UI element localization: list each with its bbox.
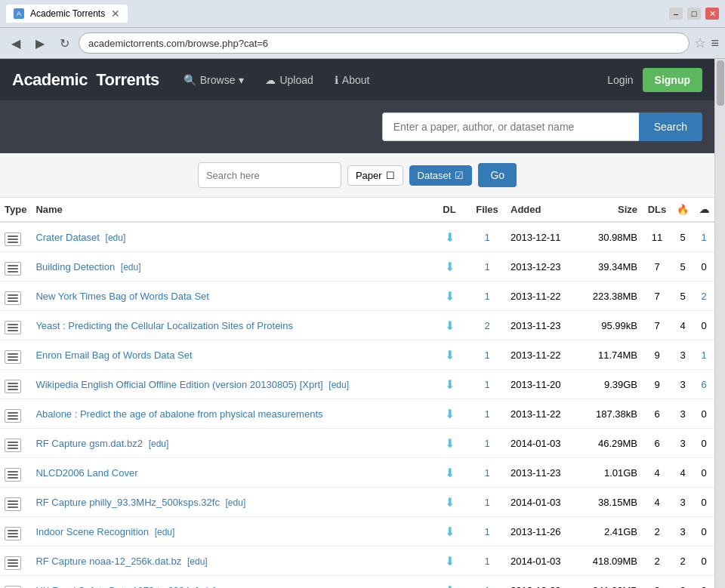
- torrent-link[interactable]: New York Times Bag of Words Data Set: [35, 291, 209, 302]
- row-rank: 4: [672, 311, 693, 340]
- forward-button[interactable]: ▶: [30, 33, 50, 53]
- nav-about[interactable]: ℹ About: [325, 68, 379, 92]
- signup-button[interactable]: Signup: [643, 68, 702, 92]
- torrent-link[interactable]: Wikipedia English Official Offline Editi…: [35, 379, 322, 390]
- download-icon[interactable]: ⬇: [445, 437, 455, 450]
- row-type-icon: [0, 340, 31, 370]
- maximize-button[interactable]: □: [687, 8, 701, 20]
- table-header-row: Type Name DL Files Added Size DLs 🔥 ☁: [0, 198, 714, 222]
- back-button[interactable]: ◀: [6, 33, 26, 53]
- row-name: UK Road Safety Data 1979 to 2004 [edu]: [31, 576, 430, 589]
- torrent-link[interactable]: Enron Email Bag of Words Data Set: [35, 349, 192, 361]
- torrent-link[interactable]: RF Capture noaa-12_256k.dat.bz: [35, 556, 181, 567]
- row-type-icon: [0, 282, 31, 311]
- edu-badge: [edu]: [149, 439, 169, 449]
- edu-badge: [edu]: [329, 380, 349, 390]
- row-dl[interactable]: ⬇: [430, 458, 468, 488]
- dataset-filter[interactable]: Dataset ☑: [409, 165, 473, 186]
- dataset-label[interactable]: Dataset ☑: [409, 165, 473, 186]
- row-name: NLCD2006 Land Cover: [31, 458, 430, 488]
- download-icon[interactable]: ⬇: [445, 260, 455, 273]
- row-files: 1: [468, 517, 506, 546]
- row-dl[interactable]: ⬇: [430, 282, 468, 311]
- site-brand[interactable]: Academic Torrents: [12, 70, 159, 90]
- main-search-input[interactable]: [382, 112, 639, 141]
- minimize-button[interactable]: –: [669, 8, 683, 20]
- close-button[interactable]: ✕: [705, 8, 719, 20]
- torrent-link[interactable]: Yeast : Predicting the Cellular Localiza…: [35, 320, 293, 331]
- download-icon[interactable]: ⬇: [445, 525, 455, 538]
- torrent-link[interactable]: Crater Dataset: [35, 232, 100, 243]
- tab-close-button[interactable]: ✕: [111, 8, 120, 20]
- row-dl[interactable]: ⬇: [430, 576, 468, 589]
- scrollbar[interactable]: [714, 59, 725, 588]
- row-dls: 2: [642, 517, 672, 546]
- row-rank: 2: [672, 576, 693, 589]
- row-dl[interactable]: ⬇: [430, 340, 468, 370]
- download-icon[interactable]: ⬇: [445, 349, 455, 362]
- torrent-link[interactable]: NLCD2006 Land Cover: [35, 467, 137, 479]
- torrent-link[interactable]: UK Road Safety Data 1979 to 2004: [35, 585, 190, 589]
- row-dl[interactable]: ⬇: [430, 399, 468, 429]
- download-icon[interactable]: ⬇: [445, 290, 455, 303]
- reload-button[interactable]: ↻: [54, 33, 74, 53]
- hot-count: 6: [701, 379, 706, 390]
- login-button[interactable]: Login: [598, 68, 642, 92]
- torrent-link[interactable]: RF Capture philly_93.3MHz_500ksps.32fc: [35, 497, 220, 508]
- download-icon[interactable]: ⬇: [445, 378, 455, 391]
- scrollbar-thumb[interactable]: [717, 60, 724, 106]
- download-icon[interactable]: ⬇: [445, 555, 455, 568]
- row-dl[interactable]: ⬇: [430, 429, 468, 458]
- row-dls: 2: [642, 546, 672, 576]
- files-count: 1: [484, 408, 489, 420]
- download-icon[interactable]: ⬇: [445, 231, 455, 244]
- filter-search-input[interactable]: [198, 162, 341, 188]
- col-header-name: Name: [31, 198, 430, 222]
- row-dl[interactable]: ⬇: [430, 546, 468, 576]
- row-dl[interactable]: ⬇: [430, 488, 468, 517]
- download-icon[interactable]: ⬇: [445, 466, 455, 479]
- torrent-link[interactable]: Indoor Scene Recognition: [35, 526, 149, 537]
- row-size: 30.98MB: [578, 222, 642, 252]
- row-size: 418.09MB: [578, 546, 642, 576]
- row-dls: 9: [642, 370, 672, 399]
- bookmark-icon[interactable]: ☆: [694, 35, 706, 51]
- row-added: 2014-01-03: [506, 488, 578, 517]
- go-button[interactable]: Go: [478, 163, 517, 187]
- nav-browse[interactable]: 🔍 Browse ▾: [174, 68, 254, 92]
- torrent-link[interactable]: RF Capture gsm.dat.bz2: [35, 438, 143, 449]
- row-dls: 7: [642, 252, 672, 282]
- address-bar[interactable]: [79, 32, 690, 54]
- row-rank: 5: [672, 282, 693, 311]
- row-hot: 0: [693, 458, 714, 488]
- download-icon[interactable]: ⬇: [445, 408, 455, 420]
- row-dls: 6: [642, 429, 672, 458]
- download-icon[interactable]: ⬇: [445, 496, 455, 509]
- row-dl[interactable]: ⬇: [430, 311, 468, 340]
- row-dls: 4: [642, 458, 672, 488]
- browser-tab[interactable]: A Academic Torrents ✕: [6, 5, 128, 23]
- menu-icon[interactable]: ≡: [711, 35, 719, 51]
- row-size: 38.15MB: [578, 488, 642, 517]
- torrent-link[interactable]: Building Detection: [35, 261, 115, 272]
- search-button[interactable]: Search: [639, 112, 702, 141]
- torrent-link[interactable]: Abalone : Predict the age of abalone fro…: [35, 408, 322, 420]
- nav-upload[interactable]: ☁ Upload: [256, 68, 322, 92]
- row-dl[interactable]: ⬇: [430, 517, 468, 546]
- row-size: 241.92MB: [578, 576, 642, 589]
- download-icon[interactable]: ⬇: [445, 584, 455, 589]
- row-size: 187.38kB: [578, 399, 642, 429]
- row-rank: 5: [672, 252, 693, 282]
- paper-checkbox-icon: ☐: [386, 170, 395, 181]
- download-icon[interactable]: ⬇: [445, 319, 455, 332]
- paper-filter[interactable]: Paper ☐: [347, 165, 403, 186]
- row-hot: 1: [693, 340, 714, 370]
- paper-label[interactable]: Paper ☐: [347, 165, 403, 186]
- table-row: Enron Email Bag of Words Data Set ⬇ 1 20…: [0, 340, 714, 370]
- row-dl[interactable]: ⬇: [430, 252, 468, 282]
- row-dl[interactable]: ⬇: [430, 370, 468, 399]
- table-row: New York Times Bag of Words Data Set ⬇ 1…: [0, 282, 714, 311]
- table-row: RF Capture gsm.dat.bz2 [edu] ⬇ 1 2014-01…: [0, 429, 714, 458]
- row-type-icon: [0, 370, 31, 399]
- row-dl[interactable]: ⬇: [430, 222, 468, 252]
